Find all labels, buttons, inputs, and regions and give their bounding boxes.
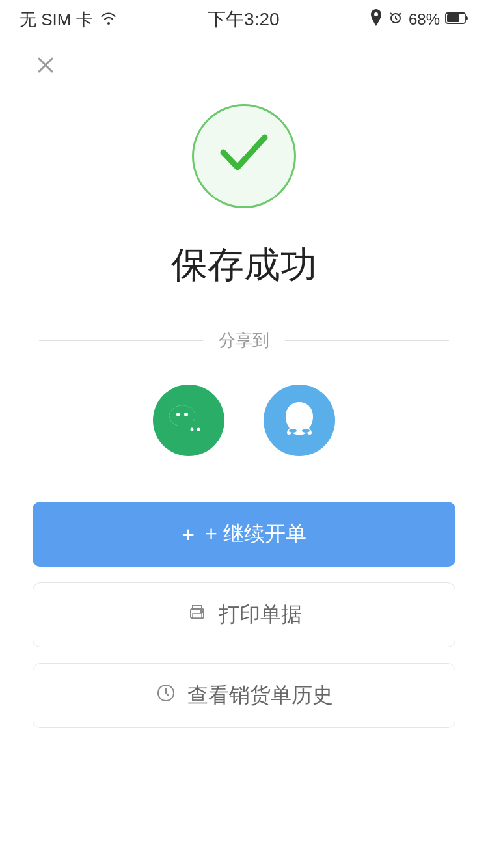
action-buttons: + + 继续开单 打印单据 查看销货单历 <box>33 502 455 728</box>
share-divider: 分享到 <box>0 329 488 352</box>
print-label: 打印单据 <box>219 601 302 629</box>
status-left: 无 SIM 卡 <box>20 8 118 31</box>
qq-share-button[interactable] <box>264 385 335 456</box>
svg-point-15 <box>201 611 203 613</box>
alarm-icon <box>388 10 403 29</box>
svg-point-12 <box>302 429 310 433</box>
svg-point-7 <box>176 413 180 416</box>
continue-button[interactable]: + + 继续开单 <box>33 502 455 567</box>
no-sim-text: 无 SIM 卡 <box>20 8 93 31</box>
svg-point-11 <box>289 429 297 433</box>
print-button[interactable]: 打印单据 <box>33 582 455 647</box>
battery-icon <box>445 10 468 29</box>
svg-point-9 <box>191 428 194 431</box>
wifi-icon <box>100 10 118 30</box>
svg-point-8 <box>184 413 188 416</box>
share-label: 分享到 <box>203 329 285 352</box>
share-icons-row <box>153 385 335 456</box>
status-right: 68% <box>370 9 468 30</box>
svg-point-10 <box>197 428 200 431</box>
divider-line-left <box>39 340 203 341</box>
clock-icon <box>155 682 177 709</box>
wechat-share-button[interactable] <box>153 385 224 456</box>
success-icon-circle <box>192 104 296 208</box>
main-content: 保存成功 分享到 <box>0 39 488 728</box>
history-label: 查看销货单历史 <box>187 681 333 710</box>
checkmark-icon <box>218 129 270 183</box>
printer-icon <box>186 601 208 629</box>
battery-percent: 68% <box>409 10 440 29</box>
continue-label: + 继续开单 <box>205 520 306 549</box>
divider-line-right <box>285 340 449 341</box>
plus-icon: + <box>182 522 195 547</box>
close-button[interactable] <box>26 46 65 85</box>
success-title: 保存成功 <box>171 241 317 290</box>
location-icon <box>370 9 383 30</box>
history-button[interactable]: 查看销货单历史 <box>33 663 455 728</box>
status-bar: 无 SIM 卡 下午3:20 68% <box>0 0 488 39</box>
svg-rect-2 <box>447 14 459 22</box>
status-time: 下午3:20 <box>208 7 280 32</box>
svg-rect-14 <box>193 614 202 618</box>
